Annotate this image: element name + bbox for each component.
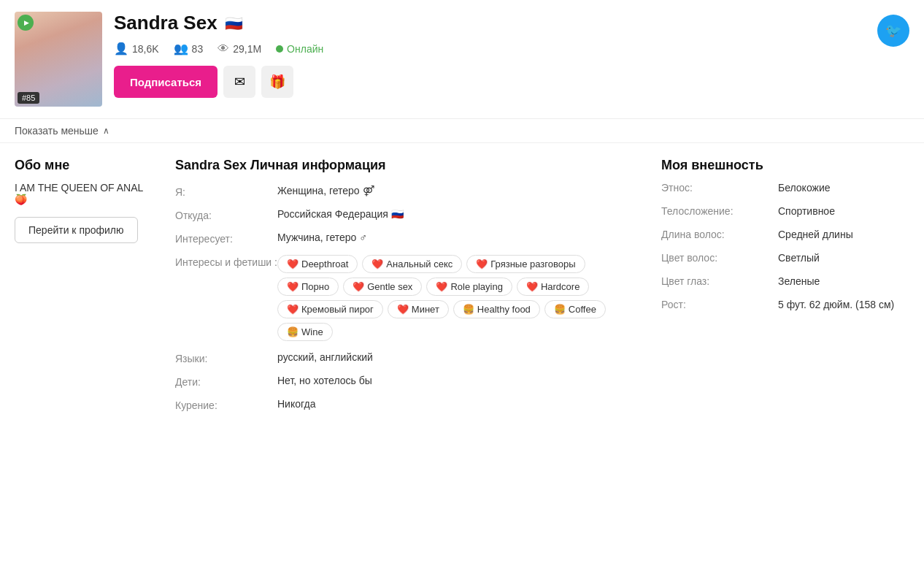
tag-gentle-icon: ❤️ [353, 281, 364, 292]
avatar-wrapper: #85 [15, 12, 102, 107]
profile-name: Sandra Sex [114, 12, 217, 34]
tag-anal: ❤️Анальный секс [362, 255, 462, 273]
tag-cream-text: Кремовый пирог [301, 304, 374, 315]
tag-roleplaying: ❤️Role playing [426, 278, 512, 296]
followers-stat: 👤 18,6K [114, 42, 159, 56]
hair-color-label: Цвет волос: [661, 252, 778, 264]
tag-porno-icon: ❤️ [287, 281, 299, 292]
languages-value: русский, английский [277, 351, 639, 363]
tag-coffee: 🍔Coffee [544, 300, 606, 318]
online-dot [276, 45, 283, 53]
name-row: Sandra Sex 🇷🇺 [114, 12, 909, 34]
app-row-hair-length: Длина волос: Средней длины [661, 229, 909, 240]
info-row-gender: Я: Женщина, гетеро ⚤ [175, 185, 639, 198]
header-section: #85 Sandra Sex 🇷🇺 👤 18,6K 👥 83 👁 29,1M [0, 0, 924, 119]
languages-label: Языки: [175, 351, 277, 364]
about-text: I AM THE QUEEN OF ANAL🍑 [15, 182, 153, 205]
children-value: Нет, но хотелось бы [277, 375, 639, 386]
tag-gentle-text: Gentle sex [367, 281, 412, 292]
tag-anal-text: Анальный секс [386, 259, 453, 269]
following-icon: 👥 [174, 42, 188, 56]
show-less-label: Показать меньше [15, 125, 99, 137]
hair-length-label: Длина волос: [661, 229, 778, 240]
fetishes-value: ❤️Deepthroat ❤️Анальный секс ❤️Грязные р… [277, 255, 639, 341]
app-row-eye-color: Цвет глаз: Зеленые [661, 275, 909, 287]
tag-porno-text: Порно [301, 281, 329, 292]
go-to-profile-button[interactable]: Перейти к профилю [15, 217, 138, 243]
build-value: Спортивное [778, 205, 909, 217]
rank-badge: #85 [18, 92, 39, 104]
online-label: Онлайн [287, 43, 323, 55]
views-icon: 👁 [217, 42, 229, 56]
tag-blowjob-text: Минет [412, 304, 439, 315]
tag-porno: ❤️Порно [277, 278, 339, 296]
hair-color-value: Светлый [778, 252, 909, 264]
gift-button[interactable]: 🎁 [261, 66, 293, 98]
tag-cream: ❤️Кремовый пирог [277, 300, 383, 318]
subscribe-button[interactable]: Подписаться [114, 66, 217, 98]
about-column: Обо мне I AM THE QUEEN OF ANAL🍑 Перейти … [15, 158, 175, 421]
info-row-children: Дети: Нет, но хотелось бы [175, 375, 639, 388]
tag-roleplaying-text: Role playing [450, 281, 503, 292]
tag-wine-text: Wine [301, 326, 323, 337]
actions-row: Подписаться ✉ 🎁 [114, 66, 909, 98]
gender-value: Женщина, гетеро ⚤ [277, 185, 639, 196]
info-row-fetishes: Интересы и фетиши : ❤️Deepthroat ❤️Аналь… [175, 255, 639, 341]
tag-roleplaying-icon: ❤️ [436, 281, 447, 292]
play-icon[interactable] [18, 15, 34, 31]
appearance-title: Моя внешность [661, 158, 909, 173]
following-count: 83 [192, 43, 204, 55]
ethnicity-value: Белокожие [778, 182, 909, 194]
smoking-label: Курение: [175, 398, 277, 411]
app-row-build: Телосложение: Спортивное [661, 205, 909, 217]
info-row-languages: Языки: русский, английский [175, 351, 639, 364]
app-row-ethnicity: Этнос: Белокожие [661, 182, 909, 194]
tag-blowjob: ❤️Минет [388, 300, 449, 318]
eye-color-value: Зеленые [778, 275, 909, 287]
personal-info-table: Я: Женщина, гетеро ⚤ Откуда: Российская … [175, 185, 639, 411]
from-value: Российская Федерация 🇷🇺 [277, 208, 639, 220]
following-stat: 👥 83 [174, 42, 204, 56]
tag-healthyfood-icon: 🍔 [463, 304, 474, 315]
show-less-arrow-icon: ∧ [103, 126, 109, 136]
tag-gentle: ❤️Gentle sex [343, 278, 422, 296]
interest-label: Интересует: [175, 232, 277, 245]
fetishes-label: Интересы и фетиши : [175, 255, 277, 268]
ethnicity-label: Этнос: [661, 182, 778, 194]
personal-column: Sandra Sex Личная информация Я: Женщина,… [175, 158, 661, 421]
info-row-from: Откуда: Российская Федерация 🇷🇺 [175, 208, 639, 221]
tag-cream-icon: ❤️ [287, 304, 299, 315]
tag-deepthroat-text: Deepthroat [301, 259, 348, 269]
tag-coffee-text: Coffee [569, 304, 596, 315]
stats-row: 👤 18,6K 👥 83 👁 29,1M Онлайн [114, 42, 909, 56]
tag-hardcore-icon: ❤️ [526, 281, 538, 292]
country-flag: 🇷🇺 [225, 15, 243, 32]
personal-title: Sandra Sex Личная информация [175, 158, 639, 173]
tag-healthyfood-text: Healthy food [477, 304, 531, 315]
tags-container: ❤️Deepthroat ❤️Анальный секс ❤️Грязные р… [277, 255, 639, 341]
tag-dirty: ❤️Грязные разговоры [466, 255, 585, 273]
tag-dirty-text: Грязные разговоры [490, 259, 575, 269]
show-less-toggle[interactable]: Показать меньше ∧ [0, 119, 924, 143]
tag-dirty-icon: ❤️ [476, 259, 488, 269]
email-button[interactable]: ✉ [223, 66, 255, 98]
build-label: Телосложение: [661, 205, 778, 217]
app-row-hair-color: Цвет волос: Светлый [661, 252, 909, 264]
tag-wine: 🍔Wine [277, 323, 333, 341]
tag-hardcore: ❤️Hardcore [517, 278, 589, 296]
tag-blowjob-icon: ❤️ [397, 304, 409, 315]
twitter-icon: 🐦 [885, 23, 901, 39]
tag-wine-icon: 🍔 [287, 326, 299, 337]
app-row-height: Рост: 5 фут. 62 дюйм. (158 см) [661, 299, 909, 310]
tag-deepthroat: ❤️Deepthroat [277, 255, 358, 273]
height-label: Рост: [661, 299, 778, 310]
followers-icon: 👤 [114, 42, 128, 56]
profile-info: Sandra Sex 🇷🇺 👤 18,6K 👥 83 👁 29,1M [114, 12, 909, 98]
info-row-interest: Интересует: Мужчина, гетеро ♂ [175, 232, 639, 245]
from-label: Откуда: [175, 208, 277, 221]
children-label: Дети: [175, 375, 277, 388]
twitter-button[interactable]: 🐦 [877, 15, 909, 47]
tag-anal-icon: ❤️ [371, 259, 383, 269]
tag-coffee-icon: 🍔 [554, 304, 566, 315]
gender-label: Я: [175, 185, 277, 198]
